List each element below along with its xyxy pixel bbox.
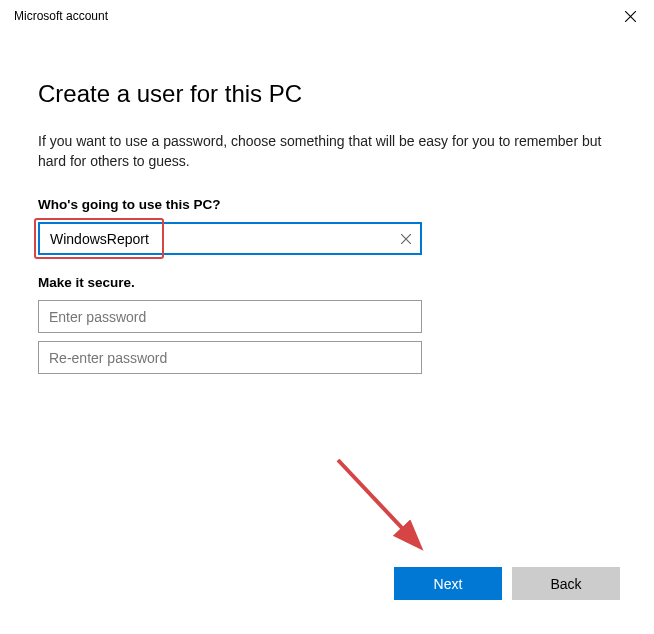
username-label: Who's going to use this PC?: [38, 197, 620, 212]
username-input[interactable]: [38, 222, 422, 255]
page-description: If you want to use a password, choose so…: [38, 132, 620, 171]
titlebar: Microsoft account: [0, 0, 654, 32]
clear-username-button[interactable]: [398, 231, 414, 247]
annotation-arrow: [328, 450, 448, 570]
page-heading: Create a user for this PC: [38, 80, 620, 108]
password-label: Make it secure.: [38, 275, 620, 290]
close-icon: [625, 11, 636, 22]
content-area: Create a user for this PC If you want to…: [0, 32, 654, 634]
x-icon: [401, 234, 411, 244]
username-input-wrap: [38, 222, 422, 255]
back-button[interactable]: Back: [512, 567, 620, 600]
window-title: Microsoft account: [14, 9, 108, 23]
password-confirm-input[interactable]: [38, 341, 422, 374]
footer-buttons: Next Back: [38, 567, 620, 614]
next-button[interactable]: Next: [394, 567, 502, 600]
dialog-window: Microsoft account Create a user for this…: [0, 0, 654, 634]
svg-line-1: [338, 460, 418, 545]
password-input[interactable]: [38, 300, 422, 333]
close-button[interactable]: [614, 3, 646, 29]
password-group: [38, 300, 422, 382]
